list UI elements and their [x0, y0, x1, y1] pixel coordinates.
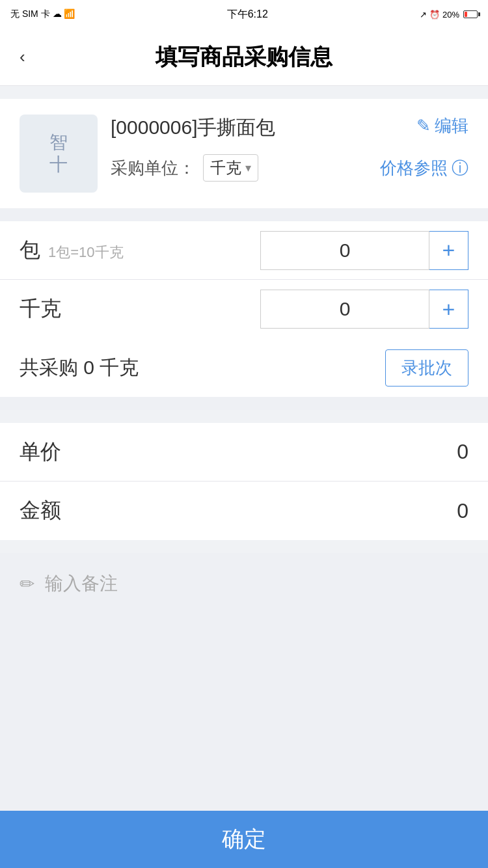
status-right: ↗ ⏰ 20%: [420, 10, 478, 20]
purchase-unit-label: 采购单位：: [111, 157, 195, 180]
amount-label: 金额: [20, 496, 61, 525]
section-divider-2: [0, 397, 488, 410]
status-signal: 无 SIM 卡 ☁ 📶: [10, 8, 75, 20]
summary-value: 0: [83, 357, 94, 378]
back-button[interactable]: ‹: [20, 40, 32, 74]
pack-input[interactable]: [260, 231, 429, 270]
amount-row: 金额 0: [0, 481, 488, 540]
product-info: [0000006]手撕面包 ✎ 编辑 采购单位： 千克 ▾ 价格参照 ⓘ: [111, 115, 468, 182]
notes-section[interactable]: ✏ 输入备注: [0, 553, 488, 614]
price-section: 单价 0 金额 0: [0, 423, 488, 540]
unit-select[interactable]: 千克 ▾: [203, 154, 258, 182]
product-card: 智 十 [0000006]手撕面包 ✎ 编辑 采购单位： 千克 ▾: [0, 99, 488, 208]
edit-label: 编辑: [435, 115, 468, 137]
product-logo: 智 十: [49, 131, 68, 175]
batch-button[interactable]: 录批次: [385, 349, 468, 387]
section-divider-1: [0, 208, 488, 221]
battery-icon: [463, 10, 478, 18]
unit-price-value: 0: [457, 440, 468, 464]
edit-button[interactable]: ✎ 编辑: [416, 115, 468, 137]
page-title: 填写商品采购信息: [156, 42, 332, 72]
pack-input-row: 包 1包=10千克 +: [0, 221, 488, 280]
unit-price-label: 单价: [20, 438, 61, 467]
battery-percent: 20%: [442, 10, 459, 20]
status-time: 下午6:12: [227, 8, 268, 21]
product-thumbnail: 智 十: [20, 115, 98, 193]
location-icon: ↗: [420, 10, 427, 20]
unit-value: 千克: [210, 157, 241, 178]
price-ref-button[interactable]: 价格参照 ⓘ: [380, 157, 468, 180]
info-icon: ⓘ: [452, 157, 468, 180]
kg-input[interactable]: [260, 290, 429, 329]
summary-text: 共采购 0 千克: [20, 355, 139, 381]
pack-label: 包: [20, 236, 40, 265]
pencil-icon: ✏: [20, 573, 34, 595]
input-section: 包 1包=10千克 + 千克 +: [0, 221, 488, 338]
kg-input-row: 千克 +: [0, 280, 488, 338]
kg-plus-button[interactable]: +: [429, 290, 468, 329]
confirm-button[interactable]: 确定: [0, 811, 488, 868]
summary-row: 共采购 0 千克 录批次: [0, 338, 488, 397]
amount-value: 0: [457, 499, 468, 523]
kg-label: 千克: [20, 295, 61, 323]
unit-price-row: 单价 0: [0, 423, 488, 481]
product-name: [0000006]手撕面包: [111, 115, 275, 141]
pack-plus-button[interactable]: +: [429, 231, 468, 270]
notes-placeholder: 输入备注: [45, 571, 118, 596]
bottom-spacer: [0, 614, 488, 835]
edit-icon: ✎: [416, 116, 431, 136]
status-bar: 无 SIM 卡 ☁ 📶 下午6:12 ↗ ⏰ 20%: [0, 0, 488, 29]
nav-bar: ‹ 填写商品采购信息: [0, 29, 488, 86]
pack-sublabel: 1包=10千克: [48, 243, 124, 262]
price-ref-label: 价格参照: [380, 157, 448, 180]
dropdown-arrow-icon: ▾: [245, 161, 251, 175]
alarm-icon: ⏰: [429, 10, 440, 20]
